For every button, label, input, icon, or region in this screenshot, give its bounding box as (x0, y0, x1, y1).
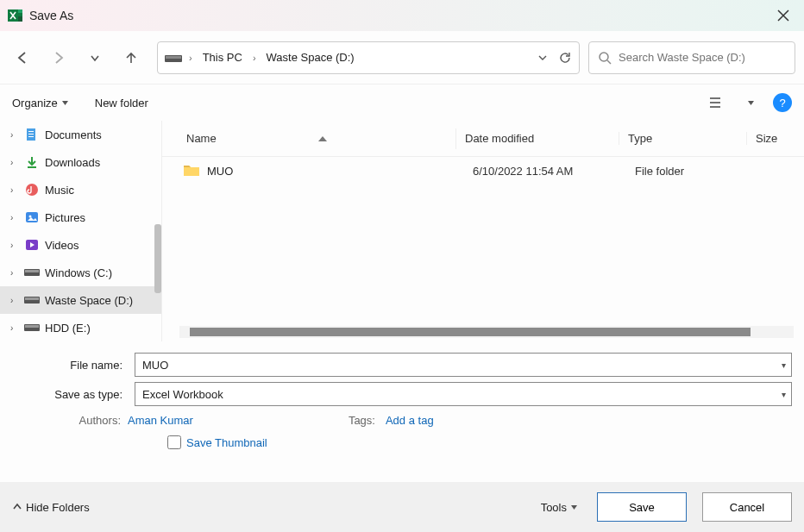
help-button[interactable]: ? (773, 93, 792, 112)
back-button[interactable] (9, 44, 36, 72)
title-bar: Save As (0, 0, 804, 31)
chevron-right-icon[interactable]: › (189, 53, 192, 63)
footer-bar: Hide Folders Tools Save Cancel (0, 482, 804, 532)
saveastype-label: Save as type: (12, 388, 128, 401)
tree-item-pictures[interactable]: › Pictures (0, 203, 161, 231)
svg-rect-5 (166, 56, 181, 59)
view-dropdown-button[interactable] (740, 92, 761, 113)
chevron-right-icon[interactable]: › (10, 213, 19, 222)
authors-value[interactable]: Aman Kumar (128, 414, 193, 427)
chevron-right-icon[interactable]: › (253, 53, 256, 63)
file-list-area: Name Date modified Type Size MUO 6/10/20… (162, 121, 804, 341)
save-thumbnail-label[interactable]: Save Thumbnail (186, 436, 267, 449)
close-button[interactable] (769, 2, 797, 29)
drive-icon (24, 265, 40, 280)
file-date: 6/10/2022 11:54 AM (473, 165, 626, 178)
chevron-right-icon[interactable]: › (10, 185, 19, 195)
tree-item-drive-c[interactable]: › Windows (C:) (0, 259, 161, 286)
svg-rect-18 (25, 297, 39, 300)
svg-rect-2 (18, 13, 22, 16)
documents-icon (24, 127, 40, 142)
horizontal-scrollbar[interactable] (179, 326, 794, 338)
file-type: File folder (626, 165, 754, 178)
file-row[interactable]: MUO 6/10/2022 11:54 AM File folder (162, 157, 804, 185)
search-input[interactable] (619, 51, 786, 64)
svg-point-6 (600, 53, 608, 61)
chevron-right-icon[interactable]: › (10, 130, 19, 140)
tools-button[interactable]: Tools (541, 501, 578, 514)
chevron-down-icon[interactable]: ▾ (782, 360, 786, 370)
svg-rect-10 (28, 136, 34, 137)
tree-item-videos[interactable]: › Videos (0, 231, 161, 259)
organize-button[interactable]: Organize (12, 97, 69, 110)
chevron-right-icon[interactable]: › (10, 323, 19, 333)
authors-label: Authors: (12, 414, 128, 427)
chevron-right-icon[interactable]: › (10, 268, 19, 278)
tree-item-downloads[interactable]: › Downloads (0, 148, 161, 176)
up-button[interactable] (117, 44, 145, 72)
tree-item-music[interactable]: › Music (0, 176, 161, 203)
toolbar: Organize New folder ? (0, 84, 804, 121)
folder-icon (183, 163, 200, 178)
svg-rect-20 (25, 325, 39, 328)
tags-value[interactable]: Add a tag (386, 414, 434, 427)
save-thumbnail-checkbox[interactable] (167, 435, 181, 449)
file-name: MUO (207, 165, 473, 178)
svg-rect-12 (26, 212, 38, 222)
column-size[interactable]: Size (746, 132, 777, 145)
column-headers: Name Date modified Type Size (162, 121, 804, 157)
pictures-icon (24, 210, 40, 225)
new-folder-button[interactable]: New folder (95, 97, 148, 110)
svg-rect-9 (28, 134, 34, 135)
tree-scrollbar[interactable] (154, 224, 161, 293)
tree-item-drive-d[interactable]: › Waste Space (D:) (0, 286, 161, 314)
address-bar[interactable]: › This PC › Waste Space (D:) (157, 41, 580, 74)
search-icon (598, 51, 612, 65)
file-rows: MUO 6/10/2022 11:54 AM File folder (162, 157, 804, 322)
search-box[interactable] (588, 41, 795, 74)
hide-folders-button[interactable]: Hide Folders (12, 501, 90, 514)
chevron-down-icon[interactable]: ▾ (782, 390, 786, 399)
save-button[interactable]: Save (597, 492, 687, 522)
recent-locations-button[interactable] (81, 44, 109, 72)
drive-icon (165, 52, 182, 64)
column-name[interactable]: Name (186, 132, 455, 145)
filename-input[interactable]: MUO ▾ (135, 353, 792, 377)
navigation-bar: › This PC › Waste Space (D:) (0, 31, 804, 84)
music-icon (24, 182, 40, 197)
tree-item-documents[interactable]: › Documents (0, 121, 161, 148)
filename-label: File name: (12, 359, 128, 372)
column-type[interactable]: Type (619, 132, 746, 145)
drive-icon (24, 320, 40, 335)
main-area: › Documents › Downloads › Music › Pictur… (0, 121, 804, 341)
window-title: Save As (29, 9, 73, 22)
svg-rect-16 (25, 270, 39, 272)
breadcrumb-this-pc[interactable]: This PC (199, 49, 246, 66)
excel-icon (7, 7, 24, 24)
file-form: File name: MUO ▾ Save as type: Excel Wor… (0, 341, 804, 460)
svg-rect-3 (18, 16, 22, 22)
navigation-tree[interactable]: › Documents › Downloads › Music › Pictur… (0, 121, 162, 341)
downloads-icon (24, 154, 40, 170)
column-date[interactable]: Date modified (465, 132, 619, 145)
drive-icon (24, 292, 40, 308)
chevron-right-icon[interactable]: › (10, 296, 19, 305)
breadcrumb-location[interactable]: Waste Space (D:) (263, 49, 358, 66)
refresh-button[interactable] (558, 51, 572, 65)
videos-icon (24, 237, 40, 253)
view-options-button[interactable] (707, 92, 728, 113)
address-dropdown-button[interactable] (537, 53, 548, 63)
svg-rect-8 (28, 131, 34, 132)
svg-rect-1 (18, 9, 22, 13)
tags-label: Tags: (349, 414, 386, 427)
chevron-right-icon[interactable]: › (10, 241, 19, 250)
forward-button[interactable] (45, 44, 72, 72)
chevron-right-icon[interactable]: › (10, 158, 19, 167)
cancel-button[interactable]: Cancel (702, 492, 792, 522)
saveastype-select[interactable]: Excel Workbook ▾ (135, 382, 792, 406)
tree-item-drive-e[interactable]: › HDD (E:) (0, 314, 161, 341)
sort-ascending-icon (318, 136, 327, 141)
